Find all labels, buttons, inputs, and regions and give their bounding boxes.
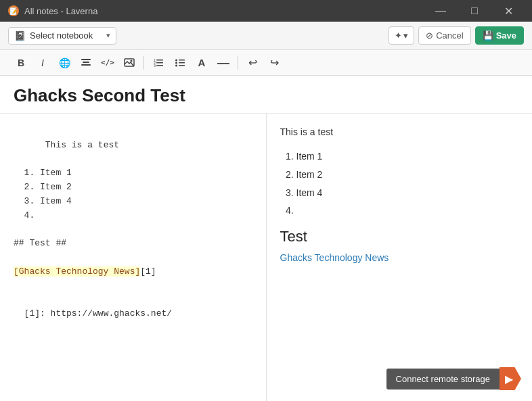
svg-rect-0 <box>81 59 91 60</box>
notebook-label: Select notebook <box>30 30 93 41</box>
app-icon: 📝 <box>8 5 19 16</box>
svg-rect-16 <box>179 65 185 66</box>
svg-rect-8 <box>156 62 163 64</box>
svg-point-4 <box>131 60 133 62</box>
note-title: Ghacks Second Test <box>14 85 518 106</box>
toolbar-sep-1 <box>143 56 144 70</box>
title-bar: 📝 All notes - Laverna — □ ✕ <box>0 0 532 22</box>
maximize-button[interactable]: □ <box>459 0 490 22</box>
code-button[interactable]: </> <box>97 53 118 72</box>
format-toolbar: B I 🌐 </> 1.2.3. A — ↩ ↪ <box>0 50 532 76</box>
preview-list: Item 1 Item 2 Item 4 <box>296 147 519 219</box>
svg-rect-10 <box>156 65 163 66</box>
ol-button[interactable]: 1.2.3. <box>148 53 169 72</box>
preview-link[interactable]: Ghacks Technology News <box>280 252 389 263</box>
cancel-button[interactable]: ⊘ Cancel <box>418 26 470 45</box>
connect-remote-storage-container: Connect remote storage ▶ <box>386 367 521 390</box>
notebook-selector[interactable]: 📓 Select notebook ▾ <box>8 27 116 45</box>
svg-rect-14 <box>179 62 185 64</box>
editor-ref-def: [1]: https://www.ghacks.net/ <box>14 308 172 319</box>
hr-button[interactable]: — <box>213 53 234 72</box>
window-controls: — □ ✕ <box>425 0 524 22</box>
editor-text-before-link: This is a test 1. Item 1 2. Item 2 3. It… <box>14 140 119 249</box>
save-button[interactable]: 💾 Save <box>475 26 524 45</box>
toolbar-actions: ✦ ▾ ⊘ Cancel 💾 Save <box>389 26 524 45</box>
connect-remote-storage-button[interactable]: Connect remote storage <box>386 369 500 390</box>
svg-rect-6 <box>156 60 163 61</box>
svg-rect-1 <box>83 62 89 63</box>
editor-link-text: [Ghacks Technology News] <box>14 266 140 277</box>
minimize-button[interactable]: — <box>425 0 456 22</box>
bold-button[interactable]: B <box>11 53 31 72</box>
blockquote-button[interactable] <box>76 53 96 72</box>
save-icon: 💾 <box>483 30 493 41</box>
editor-area: This is a test 1. Item 1 2. Item 2 3. It… <box>0 114 532 401</box>
svg-point-15 <box>175 64 177 66</box>
svg-text:3.: 3. <box>154 64 156 68</box>
link-button[interactable]: 🌐 <box>54 53 74 72</box>
cancel-label: Cancel <box>436 30 463 41</box>
undo-button[interactable]: ↩ <box>242 53 263 72</box>
svg-rect-12 <box>179 60 185 61</box>
svg-point-11 <box>175 59 177 61</box>
list-item-empty <box>296 202 519 220</box>
list-item: Item 2 <box>296 166 519 184</box>
editor-link-ref: [1] <box>140 266 156 277</box>
image-button[interactable] <box>119 53 139 72</box>
svg-rect-2 <box>81 64 91 66</box>
svg-point-13 <box>175 62 177 64</box>
italic-button[interactable]: I <box>32 53 53 72</box>
toolbar-sep-2 <box>238 56 238 70</box>
ul-button[interactable] <box>170 53 190 72</box>
action-icon-btn[interactable]: ✦ ▾ <box>389 26 414 45</box>
editor-pane[interactable]: This is a test 1. Item 1 2. Item 2 3. It… <box>0 114 267 401</box>
notebook-icon: 📓 <box>14 30 26 41</box>
top-toolbar: 📓 Select notebook ▾ ✦ ▾ ⊘ Cancel 💾 Save <box>0 22 532 50</box>
cancel-icon: ⊘ <box>426 30 433 41</box>
action-icon: ✦ <box>395 30 402 41</box>
action-dropdown-icon: ▾ <box>403 30 408 41</box>
list-item: Item 4 <box>296 184 519 202</box>
redo-button[interactable]: ↪ <box>264 53 284 72</box>
font-button[interactable]: A <box>192 53 212 72</box>
close-button[interactable]: ✕ <box>493 0 524 22</box>
save-label: Save <box>496 30 516 41</box>
preview-heading: Test <box>280 228 519 245</box>
window-title: All notes - Laverna <box>24 6 425 16</box>
notebook-dropdown-arrow: ▾ <box>106 31 110 40</box>
preview-pane: This is a test Item 1 Item 2 Item 4 Test… <box>267 114 533 401</box>
preview-intro: This is a test <box>280 124 519 139</box>
list-item: Item 1 <box>296 147 519 166</box>
note-title-bar: Ghacks Second Test <box>0 76 532 114</box>
main-content: Ghacks Second Test This is a test 1. Ite… <box>0 76 532 401</box>
connect-remote-storage-arrow[interactable]: ▶ <box>500 367 521 390</box>
